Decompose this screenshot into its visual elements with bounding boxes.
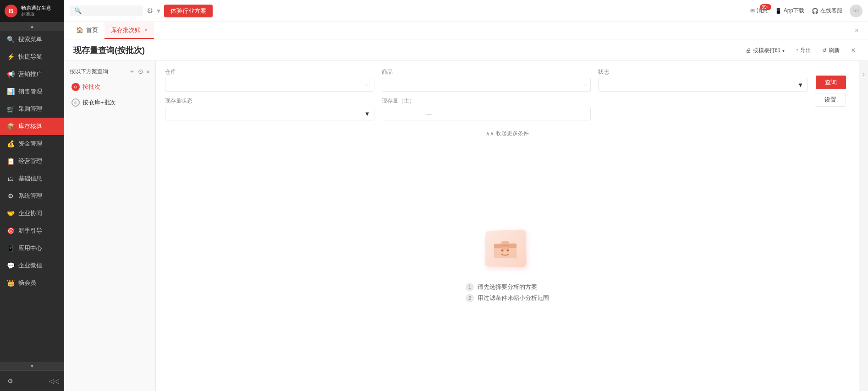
sidebar: B 畅康通好生意 标准版 ▲ 🔍 搜索菜单 ⚡ 快捷导航 📢 营销推广 📊 销售…	[0, 0, 64, 391]
sidebar-item-enterprise[interactable]: 🤝 企业协同	[0, 205, 64, 222]
sidebar-item-label: 销售管理	[18, 87, 42, 96]
stock-status-select[interactable]: ▼	[165, 107, 374, 120]
online-service-btn[interactable]: 🎧 在线客服	[812, 7, 842, 15]
sidebar-footer: ⚙ ◁◁	[0, 370, 64, 391]
sidebar-item-system[interactable]: ⚙ 系统管理	[0, 187, 64, 205]
collapse-more-btn[interactable]: ∧∧ 收起更多条件	[156, 126, 859, 141]
app-download-btn[interactable]: 📱 App下载	[775, 7, 804, 15]
export-icon: ↑	[796, 47, 798, 54]
stock-status-label: 现存量状态	[165, 97, 374, 105]
chevron-down-icon[interactable]: ▾	[157, 6, 160, 15]
tab-home[interactable]: 🏠 首页	[70, 22, 104, 39]
right-panel-icon: ›	[863, 70, 865, 78]
collapse-up-icon: ∧∧	[486, 130, 494, 137]
filter-panel-header: 按以下方案查询 ＋ ⊙ «	[64, 65, 155, 79]
topbar: 🔍 ⚙ ▾ 体验行业方案 ✉ 消息 99+ 📱 App下载 🎧 在线客服 Rit	[64, 0, 868, 22]
collapse-filter-icon[interactable]: «	[146, 68, 150, 75]
sidebar-item-member[interactable]: 👑 畅会员	[0, 274, 64, 292]
right-panel[interactable]: ›	[859, 61, 868, 391]
warehouse-more-icon[interactable]: ···	[366, 81, 370, 88]
close-btn[interactable]: ×	[851, 27, 863, 35]
message-btn[interactable]: ✉ 消息 99+	[750, 7, 768, 15]
topbar-search[interactable]: 🔍	[70, 5, 143, 16]
sidebar-item-label: 应用中心	[18, 244, 42, 252]
tab-inventory-batch[interactable]: 库存批次账 ×	[104, 22, 154, 39]
search-nav-icon: 🔍	[6, 35, 15, 43]
filter-fields-area: 仓库 ··· 商品 ···	[165, 68, 808, 126]
app-version: 标准版	[21, 11, 51, 17]
product-input[interactable]: ···	[382, 78, 591, 92]
finance-icon: 💰	[6, 140, 15, 148]
collapse-sidebar-btn[interactable]: ◁◁	[48, 375, 60, 387]
sidebar-item-sales[interactable]: 📊 销售管理	[0, 83, 64, 100]
sidebar-item-apps[interactable]: 📱 应用中心	[0, 239, 64, 257]
system-icon: ⚙	[6, 192, 15, 200]
query-buttons: 查询 设置	[815, 68, 850, 107]
avatar[interactable]: Rit	[850, 5, 863, 17]
sidebar-item-quick[interactable]: ⚡ 快捷导航	[0, 48, 64, 65]
sidebar-item-finance[interactable]: 💰 资金管理	[0, 135, 64, 152]
content-area: 现存量查询(按批次) 🖨 按模板打印 ▾ ↑ 导出 ↺ 刷新	[64, 39, 868, 391]
app-download-label: App下载	[784, 7, 804, 15]
warehouse-input[interactable]: ···	[165, 78, 374, 92]
headset-icon: 🎧	[812, 8, 819, 14]
sidebar-item-purchase[interactable]: 🛒 采购管理	[0, 100, 64, 118]
app-name: 畅康通好生意	[21, 5, 51, 11]
settings-btn[interactable]: 设置	[815, 93, 846, 107]
sidebar-item-operations[interactable]: 📋 经营管理	[0, 152, 64, 170]
filter-warehouse: 仓库 ···	[165, 68, 374, 92]
tab-inventory-label: 库存批次账	[111, 26, 141, 34]
stock-main-to[interactable]	[436, 110, 472, 117]
sidebar-item-search[interactable]: 🔍 搜索菜单	[0, 31, 64, 48]
sidebar-item-wechat[interactable]: 💬 企业微信	[0, 257, 64, 274]
status-select[interactable]: ▼	[598, 78, 808, 92]
settings-footer-btn[interactable]: ⚙	[4, 375, 16, 387]
sidebar-item-guide[interactable]: 🎯 新手引导	[0, 222, 64, 239]
gear-icon[interactable]: ⚙	[147, 6, 153, 15]
trial-btn[interactable]: 体验行业方案	[164, 5, 213, 17]
add-scheme-icon[interactable]: ＋	[129, 67, 135, 76]
warehouse-label: 仓库	[165, 68, 374, 76]
settings-scheme-icon[interactable]: ⊙	[138, 68, 143, 75]
tab-close-btn[interactable]: ×	[144, 27, 148, 33]
content-body: 按以下方案查询 ＋ ⊙ « ⊙ 按批次 ⊙ 按仓库+批次	[64, 61, 868, 391]
scroll-up-btn[interactable]: ▲	[0, 22, 64, 31]
filter-top-row: 仓库 ··· 商品 ···	[156, 61, 859, 126]
refresh-btn[interactable]: ↺ 刷新	[819, 45, 842, 56]
operations-icon: 📋	[6, 157, 15, 165]
scheme-batch-label: 按批次	[82, 83, 100, 91]
print-label: 按模板打印	[753, 47, 780, 54]
stock-main-from[interactable]	[386, 110, 423, 117]
sidebar-item-label: 库存核算	[18, 122, 42, 130]
app-info: 畅康通好生意 标准版	[21, 5, 51, 17]
sidebar-header: B 畅康通好生意 标准版	[0, 0, 64, 22]
scroll-down-btn[interactable]: ▼	[0, 362, 64, 370]
empty-icon-box	[485, 229, 527, 267]
filter-product: 商品 ···	[382, 68, 591, 92]
scheme-item-warehouse-batch[interactable]: ⊙ 按仓库+批次	[64, 95, 155, 110]
product-more-icon[interactable]: ···	[582, 81, 587, 88]
filter-panel-icons: ＋ ⊙ «	[129, 67, 150, 76]
scheme-item-batch[interactable]: ⊙ 按批次	[64, 79, 155, 95]
sidebar-item-inventory[interactable]: 📦 库存核算	[0, 118, 64, 135]
empty-box-svg	[492, 236, 519, 260]
close-panel-btn[interactable]: ×	[848, 45, 859, 56]
stock-main-range[interactable]: —	[382, 107, 591, 120]
range-separator: —	[426, 110, 432, 117]
sidebar-item-marketing[interactable]: 📢 营销推广	[0, 65, 64, 83]
home-icon: 🏠	[76, 27, 83, 33]
print-btn[interactable]: 🖨 按模板打印 ▾	[743, 45, 787, 56]
online-service-label: 在线客服	[820, 7, 842, 15]
sidebar-item-label: 基础信息	[18, 174, 42, 183]
guide-icon: 🎯	[6, 227, 15, 235]
step-1-num: 1	[466, 283, 474, 291]
sidebar-item-basics[interactable]: 🗂 基础信息	[0, 170, 64, 187]
export-btn[interactable]: ↑ 导出	[793, 45, 814, 56]
sidebar-item-label: 采购管理	[18, 105, 42, 113]
filter-row-2: 现存量状态 ▼ 现存量（主） —	[165, 97, 808, 120]
sidebar-item-label: 资金管理	[18, 140, 42, 148]
empty-text: 1 请先选择要分析的方案 2 用过滤条件来缩小分析范围	[466, 283, 549, 302]
query-btn[interactable]: 查询	[816, 76, 846, 89]
product-label: 商品	[382, 68, 591, 76]
page-title: 现存量查询(按批次)	[73, 45, 145, 56]
